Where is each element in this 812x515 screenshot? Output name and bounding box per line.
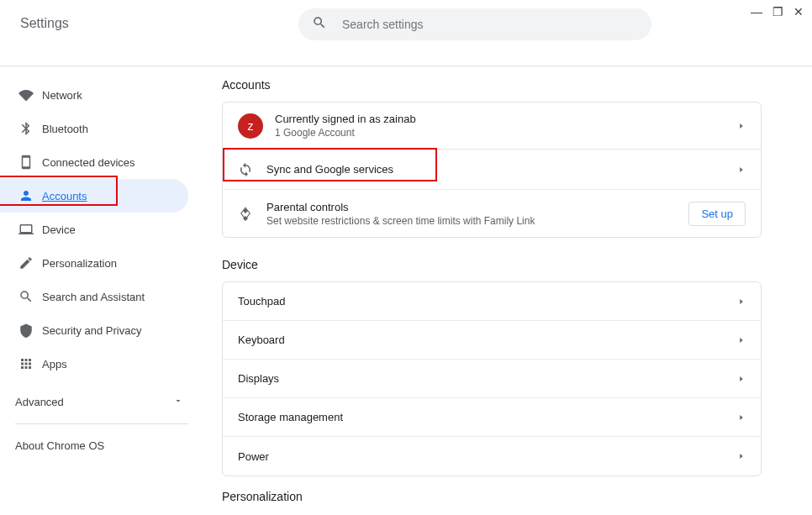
search-box[interactable] xyxy=(298,8,651,40)
sidebar-label: Apps xyxy=(42,358,67,370)
sidebar-label: Device xyxy=(42,223,76,236)
sync-icon xyxy=(238,162,266,177)
sync-title: Sync and Google services xyxy=(266,163,737,176)
row-power[interactable]: Power xyxy=(223,437,761,476)
setup-button[interactable]: Set up xyxy=(688,202,746,226)
parental-sub: Set website restrictions & screen time l… xyxy=(266,215,688,227)
advanced-label: Advanced xyxy=(15,396,64,408)
row-parental-controls: Parental controls Set website restrictio… xyxy=(223,190,761,237)
chevron-right-icon xyxy=(737,449,746,464)
device-row-label: Storage management xyxy=(238,411,737,423)
sidebar-label: Connected devices xyxy=(42,156,135,169)
bluetooth-icon xyxy=(18,121,42,136)
device-row-label: Displays xyxy=(238,372,737,385)
section-title-personalization: Personalization xyxy=(222,490,762,503)
sidebar-label: Network xyxy=(42,89,82,102)
sidebar-item-device[interactable]: Device xyxy=(0,213,188,246)
pencil-icon xyxy=(18,255,42,271)
sidebar-label: Personalization xyxy=(42,257,117,270)
shield-icon xyxy=(18,323,42,338)
chevron-down-icon xyxy=(173,396,183,408)
sidebar-item-accounts[interactable]: Accounts xyxy=(0,179,188,213)
sidebar-item-connected-devices[interactable]: Connected devices xyxy=(0,145,188,179)
sidebar-item-personalization[interactable]: Personalization xyxy=(0,246,188,280)
device-row-label: Touchpad xyxy=(238,295,737,307)
chevron-right-icon xyxy=(737,333,746,348)
search-icon xyxy=(18,289,42,304)
sidebar-item-search-assistant[interactable]: Search and Assistant xyxy=(0,280,188,313)
row-keyboard[interactable]: Keyboard xyxy=(223,321,761,360)
avatar: z xyxy=(238,113,263,139)
row-touchpad[interactable]: Touchpad xyxy=(223,282,761,321)
header: Settings xyxy=(0,0,812,47)
row-signed-in[interactable]: z Currently signed in as zainab 1 Google… xyxy=(223,102,761,150)
main-content: Accounts z Currently signed in as zainab… xyxy=(208,66,812,513)
signed-in-sub: 1 Google Account xyxy=(275,127,737,139)
chevron-right-icon xyxy=(737,118,746,134)
diamond-icon xyxy=(238,206,266,221)
section-title-accounts: Accounts xyxy=(222,78,762,92)
person-icon xyxy=(18,188,42,203)
sidebar-label: Bluetooth xyxy=(42,123,88,135)
sidebar: Network Bluetooth Connected devices Acco… xyxy=(0,66,208,513)
device-card: Touchpad Keyboard Displays Storage manag… xyxy=(222,281,762,476)
section-title-device: Device xyxy=(222,258,762,271)
chevron-right-icon xyxy=(737,162,746,177)
signed-in-title: Currently signed in as zainab xyxy=(275,113,737,125)
sidebar-advanced[interactable]: Advanced xyxy=(0,387,208,417)
wifi-icon xyxy=(18,87,42,102)
sidebar-item-security-privacy[interactable]: Security and Privacy xyxy=(0,313,188,347)
chevron-right-icon xyxy=(737,410,746,425)
sidebar-label: Search and Assistant xyxy=(42,291,145,303)
device-row-label: Keyboard xyxy=(238,334,737,346)
device-row-label: Power xyxy=(238,450,737,463)
apps-icon xyxy=(18,356,42,371)
parental-title: Parental controls xyxy=(266,201,688,213)
row-storage[interactable]: Storage management xyxy=(223,398,761,437)
row-sync[interactable]: Sync and Google services xyxy=(223,150,761,190)
sidebar-item-apps[interactable]: Apps xyxy=(0,347,188,381)
phone-icon xyxy=(18,155,42,170)
search-input[interactable] xyxy=(342,18,638,31)
chevron-right-icon xyxy=(737,294,746,309)
laptop-icon xyxy=(18,222,42,237)
sidebar-divider xyxy=(15,423,188,424)
sidebar-item-network[interactable]: Network xyxy=(0,78,188,112)
chevron-right-icon xyxy=(737,371,746,386)
sidebar-label: Accounts xyxy=(42,190,87,202)
search-icon xyxy=(312,15,342,34)
sidebar-item-bluetooth[interactable]: Bluetooth xyxy=(0,112,188,145)
row-displays[interactable]: Displays xyxy=(223,360,761,398)
sidebar-label: Security and Privacy xyxy=(42,324,142,337)
sidebar-about[interactable]: About Chrome OS xyxy=(0,431,208,460)
page-title: Settings xyxy=(20,16,69,31)
accounts-card: z Currently signed in as zainab 1 Google… xyxy=(222,102,762,238)
